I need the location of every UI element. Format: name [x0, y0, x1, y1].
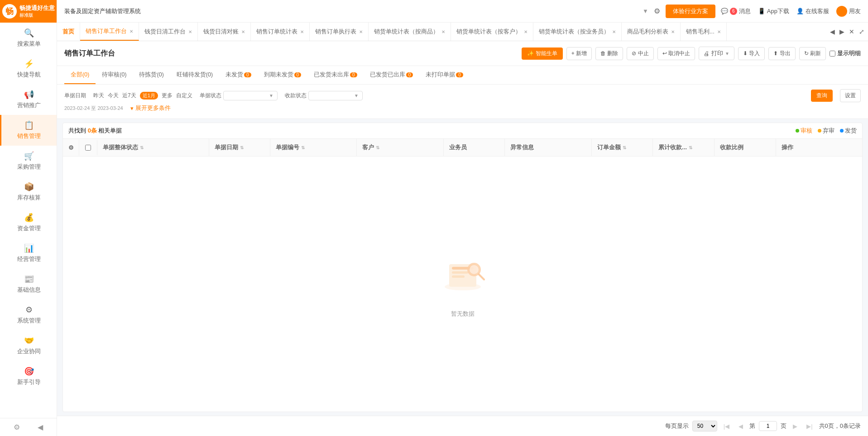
tab-cash-daily[interactable]: 钱货日清工作台 ✕ [139, 23, 198, 41]
show-detail-checkbox[interactable] [830, 51, 835, 57]
tab-sales-exec[interactable]: 销售订单执行表 ✕ [310, 23, 369, 41]
tab-close-gross-profit-icon[interactable]: ✕ [671, 29, 675, 34]
tab-cash-reconcile[interactable]: 钱货日清对账 ✕ [198, 23, 251, 41]
page-number-input[interactable] [759, 421, 777, 431]
sidebar-item-marketing[interactable]: 📢 营销推广 [0, 84, 57, 115]
tabs-close-all-btn[interactable]: ✕ [847, 27, 856, 36]
page-size-select[interactable]: 50 10 20 100 [692, 421, 717, 431]
show-detail-label[interactable]: 显示明细 [830, 49, 861, 57]
tab-close-sales-gross-icon[interactable]: ✕ [717, 29, 721, 34]
collapse-btn[interactable]: ◀ [38, 423, 43, 431]
th-checkbox[interactable] [79, 140, 97, 155]
tab-close-salesman-stat-icon[interactable]: ✕ [612, 29, 616, 34]
online-service-btn[interactable]: 👤 在线客服 [796, 7, 829, 15]
settings-header-icon[interactable]: ⚙ [654, 7, 660, 15]
sidebar-item-quicknav[interactable]: ⚡ 快捷导航 [0, 53, 57, 84]
page-first-btn[interactable]: |◀ [721, 422, 732, 431]
tabs-next-btn[interactable]: ▶ [838, 27, 846, 36]
sidebar-item-search[interactable]: 🔍 搜索菜单 [0, 23, 57, 53]
settings-filter-btn[interactable]: 设置 [840, 89, 861, 102]
query-btn[interactable]: 查询 [811, 90, 833, 102]
th-setting[interactable]: ⚙ [63, 140, 79, 156]
th-status[interactable]: 单据整体状态 ⇅ [97, 139, 209, 156]
tab-salesman-stat[interactable]: 销货单统计表（按业务员） ✕ [533, 23, 622, 41]
date-yesterday[interactable]: 昨天 [93, 92, 104, 100]
smart-generate-btn[interactable]: ✨ 智能生单 [522, 47, 562, 60]
date-today[interactable]: 今天 [108, 92, 119, 100]
tab-home[interactable]: 首页 [57, 23, 80, 41]
page-prev-btn[interactable]: ◀ [736, 422, 746, 431]
th-amount[interactable]: 订单金额 ⇅ [592, 139, 653, 156]
tab-sales-gross[interactable]: 销售毛利... ✕ [681, 23, 727, 41]
sidebar-item-inventory[interactable]: 📦 库存核算 [0, 176, 57, 207]
sub-tab-pending-pick[interactable]: 待拣货(0) [133, 66, 170, 84]
date-1month[interactable]: 近1月 [140, 92, 158, 100]
user-info[interactable]: 用友 [836, 6, 861, 17]
app-download-label: App下载 [767, 7, 789, 15]
print-btn[interactable]: 🖨 打印 ▼ [699, 47, 734, 60]
sub-tab-pending-review[interactable]: 待审核(0) [96, 66, 133, 84]
sub-tab-not-printed[interactable]: 未打印单据0 [419, 66, 470, 84]
th-date[interactable]: 单据日期 ⇅ [209, 139, 271, 156]
ship-action-label: 发货 [845, 127, 857, 135]
sidebar-item-purchase[interactable]: 🛒 采购管理 [0, 146, 57, 176]
sub-tab-overdue-ship[interactable]: 到期未发货0 [258, 66, 308, 84]
import-btn[interactable]: ⬇ 导入 [738, 47, 765, 60]
sidebar-item-newbie[interactable]: 🎯 新手引导 [0, 361, 57, 392]
tab-close-sales-stat-icon[interactable]: ✕ [300, 29, 304, 34]
page-last-btn[interactable]: ▶| [804, 422, 815, 431]
tab-gross-profit[interactable]: 商品毛利分析表 ✕ [622, 23, 681, 41]
sub-tab-all[interactable]: 全部(0) [64, 66, 96, 84]
sub-tab-wangpu-ship[interactable]: 旺铺待发货(0) [170, 66, 219, 84]
date-more[interactable]: 更多 [162, 92, 173, 100]
page-title: 销售订单工作台 [64, 49, 115, 58]
sub-tab-shipped-out[interactable]: 已发货已出库0 [364, 66, 420, 84]
export-btn[interactable]: ⬆ 导出 [768, 47, 795, 60]
payment-select[interactable]: ▼ [308, 91, 363, 100]
tab-goods-stat[interactable]: 销货单统计表（按商品） ✕ [369, 23, 451, 41]
tab-close-cash-reconcile-icon[interactable]: ✕ [241, 29, 245, 34]
sidebar-item-finance[interactable]: 💰 资金管理 [0, 207, 57, 238]
tab-customer-stat[interactable]: 销货单统计表（按客户） ✕ [451, 23, 533, 41]
th-customer[interactable]: 客户 ⇅ [357, 139, 443, 156]
unreviewed-action-btn[interactable]: 弃审 [818, 127, 834, 135]
status-select[interactable]: ▼ [223, 91, 278, 100]
tab-close-goods-stat-icon[interactable]: ✕ [441, 29, 445, 34]
page-next-btn[interactable]: ▶ [790, 422, 800, 431]
settings-bottom-btn[interactable]: ⚙ [14, 423, 20, 431]
tab-close-sales-exec-icon[interactable]: ✕ [359, 29, 363, 34]
tab-sales-stat[interactable]: 销售订单统计表 ✕ [251, 23, 310, 41]
add-btn[interactable]: + 新增 [566, 47, 592, 60]
date-custom[interactable]: 自定义 [176, 92, 192, 100]
refresh-btn[interactable]: ↻ 刷新 [799, 47, 826, 60]
tabs-prev-btn[interactable]: ◀ [828, 27, 837, 36]
date-7days[interactable]: 近7天 [122, 92, 136, 100]
cancel-stop-btn[interactable]: ↩ 取消中止 [657, 47, 695, 60]
sub-tab-unshipped[interactable]: 未发货0 [219, 66, 258, 84]
message-btn[interactable]: 💬 6 消息 [721, 7, 751, 15]
select-all-checkbox[interactable] [85, 145, 91, 151]
service-icon: 👤 [796, 8, 804, 14]
delete-btn[interactable]: 🗑 删除 [595, 47, 623, 60]
sidebar-item-sales[interactable]: 📋 销售管理 [0, 115, 57, 146]
tab-close-customer-stat-icon[interactable]: ✕ [524, 29, 528, 34]
app-download-btn[interactable]: 📱 App下载 [758, 7, 789, 15]
sidebar-item-enterprise[interactable]: 🤝 企业协同 [0, 330, 57, 361]
sub-tab-shipped-not-out[interactable]: 已发货未出库0 [307, 66, 364, 84]
th-code[interactable]: 单据编号 ⇅ [270, 139, 357, 156]
tabs-fullscreen-btn[interactable]: ⤢ [857, 27, 866, 36]
stop-btn[interactable]: ⊘ 中止 [627, 47, 653, 60]
svg-point-6 [470, 265, 479, 274]
ship-action-btn[interactable]: 发货 [840, 127, 857, 135]
tab-close-cash-daily-icon[interactable]: ✕ [188, 29, 192, 34]
tab-close-icon[interactable]: ✕ [129, 29, 133, 34]
tab-sales-order-workbench[interactable]: 销售订单工作台 ✕ [80, 23, 139, 41]
sidebar-item-system[interactable]: ⚙ 系统管理 [0, 299, 57, 330]
industry-btn[interactable]: 体验行业方案 [666, 5, 715, 18]
sidebar-item-basicinfo[interactable]: 📰 基础信息 [0, 269, 57, 299]
print-dropdown-icon: ▼ [725, 51, 729, 56]
th-collected[interactable]: 累计收款... ⇅ [653, 139, 715, 156]
sidebar-item-operations[interactable]: 📊 经营管理 [0, 238, 57, 269]
expand-conditions-btn[interactable]: ▾ 展开更多条件 [130, 104, 171, 112]
review-action-btn[interactable]: 审核 [796, 127, 812, 135]
